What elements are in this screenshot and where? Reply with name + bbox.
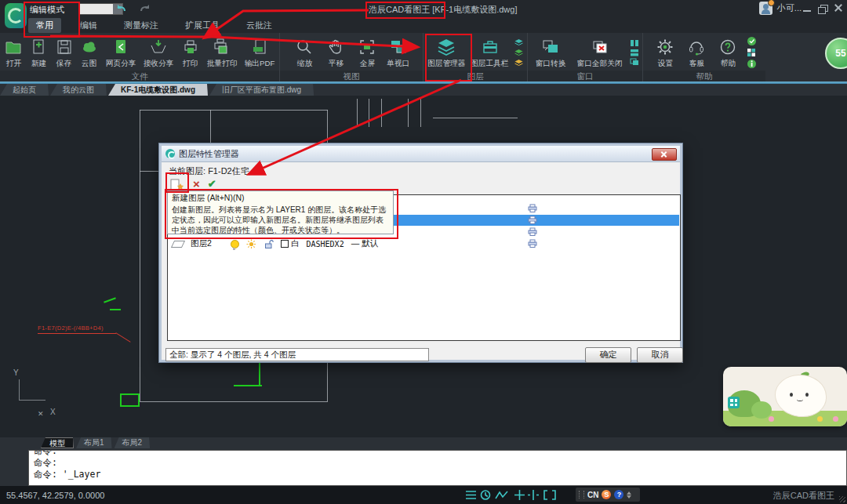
- hand-icon: [326, 37, 345, 57]
- layer-name[interactable]: 图层2: [191, 238, 224, 249]
- grid-icon[interactable]: [728, 397, 740, 408]
- apps-grid-icon[interactable]: [747, 48, 756, 57]
- command-history[interactable]: 命令: 命令: 命令: '_Layer: [28, 450, 847, 486]
- tab-layout1[interactable]: 布局1: [76, 437, 112, 448]
- command-line: 命令: '_Layer: [34, 469, 846, 480]
- layer-manager-button[interactable]: 图层管理器: [425, 37, 467, 69]
- restore-button[interactable]: [817, 3, 828, 13]
- tooltip-body: 创建新图层。列表将显示名为 LAYER1 的图层。该名称处于选定状态，因此可以立…: [172, 205, 389, 235]
- document-title: [KF-1电缆敷设图.dwg]: [432, 5, 517, 14]
- new-button[interactable]: 新建: [27, 37, 50, 69]
- ime-expand-icon[interactable]: [627, 491, 631, 499]
- tab-cloud-annotation[interactable]: 云批注: [238, 18, 280, 33]
- drawing-line: [357, 99, 358, 127]
- ime-tray[interactable]: CN S ?: [576, 488, 640, 502]
- group-view: 缩放 平移 全屏 单视口 视图: [280, 33, 424, 82]
- tab-extend-tools[interactable]: 扩展工具: [177, 18, 227, 33]
- close-all-windows-button[interactable]: 窗口全部关闭: [574, 37, 626, 69]
- tab-edit[interactable]: 编辑: [72, 18, 105, 33]
- help-button[interactable]: 帮助: [713, 37, 743, 69]
- green-entity-line: [110, 309, 121, 310]
- ucs-x-axis: [19, 400, 45, 401]
- undo-icon[interactable]: [115, 2, 129, 14]
- dialog-title-bar[interactable]: 图层特性管理器: [162, 146, 680, 162]
- group-window: 窗口转换 窗口全部关闭 窗口: [528, 33, 643, 82]
- layer-freeze-icon[interactable]: [514, 49, 524, 57]
- ime-language-label[interactable]: CN: [587, 491, 598, 499]
- mascot-mouth: [797, 397, 803, 401]
- cloud-drawing-button[interactable]: 云图: [78, 37, 101, 69]
- drawing-line: [369, 99, 369, 127]
- layer-on-icon[interactable]: [514, 38, 524, 47]
- cascade-icon[interactable]: [630, 58, 639, 66]
- settings-button[interactable]: 设置: [650, 37, 680, 69]
- plot-icon[interactable]: [528, 204, 537, 212]
- layer-on-bulb-icon[interactable]: [231, 240, 239, 248]
- zoom-button[interactable]: 缩放: [289, 37, 319, 69]
- user-name: 小可...: [777, 2, 802, 14]
- layer-lineweight[interactable]: — 默认: [351, 238, 378, 249]
- receive-share-button[interactable]: 接收分享: [140, 37, 176, 69]
- delete-layer-button[interactable]: ×: [193, 179, 200, 190]
- tab-my-cloud[interactable]: 我的云图: [50, 84, 107, 96]
- minimize-button[interactable]: [802, 3, 812, 13]
- save-button[interactable]: 保存: [53, 37, 76, 69]
- info-icon[interactable]: [747, 59, 757, 69]
- tab-start-page[interactable]: 起始页: [0, 84, 49, 96]
- resize-grip-icon[interactable]: [839, 496, 845, 502]
- layer-color-cell[interactable]: 白: [281, 238, 300, 249]
- layer-row[interactable]: 图层2 白 DASHEDX2 — 默认: [169, 238, 679, 249]
- tab-home[interactable]: 常用: [28, 18, 61, 33]
- layer-properties-dialog: 图层特性管理器 当前图层: F1-D2住宅 × ✔ 图层2: [159, 143, 682, 362]
- open-button[interactable]: 打开: [2, 37, 25, 69]
- update-icon[interactable]: [747, 36, 757, 46]
- layer-linetype[interactable]: DASHEDX2: [307, 240, 344, 248]
- new-layer-button[interactable]: [169, 177, 185, 191]
- cancel-button[interactable]: 取消: [637, 347, 683, 363]
- web-share-button[interactable]: 网页分享: [103, 37, 139, 69]
- drawing-line: [433, 118, 518, 118]
- mascot-eye: [790, 393, 793, 397]
- plot-icon[interactable]: [528, 239, 537, 248]
- fullscreen-button[interactable]: 全屏: [352, 37, 382, 69]
- export-pdf-button[interactable]: 输出PDF: [242, 37, 278, 69]
- layer-freeze-sun-icon[interactable]: [246, 239, 256, 249]
- tab-model[interactable]: 模型: [41, 437, 74, 448]
- close-all-windows-icon: [591, 37, 609, 57]
- tab-current-drawing[interactable]: KF-1电缆敷设图.dwg: [108, 84, 208, 96]
- headset-icon: [687, 37, 706, 57]
- user-avatar[interactable]: [759, 2, 772, 15]
- tile-vertical-icon[interactable]: [630, 39, 639, 47]
- mascot-sticker: [723, 367, 847, 426]
- drawing-line: [381, 99, 382, 127]
- tab-layout2[interactable]: 布局2: [115, 437, 151, 448]
- group-label-help: 帮助: [643, 71, 765, 82]
- ime-help-icon[interactable]: ?: [614, 490, 623, 499]
- ime-engine-icon[interactable]: S: [602, 490, 611, 499]
- batch-print-button[interactable]: 批量打印: [204, 37, 240, 69]
- dialog-close-button[interactable]: [652, 148, 677, 161]
- app-window: 编辑模式 浩辰CAD看图王 [KF-1电缆敷设图.dwg] 小可... 常用 编…: [0, 0, 847, 504]
- redo-icon[interactable]: [138, 2, 152, 14]
- layer-unlock-icon[interactable]: [264, 239, 274, 249]
- window-title: 浩辰CAD看图王 [KF-1电缆敷设图.dwg]: [369, 4, 517, 16]
- tab-measure[interactable]: 测量标注: [116, 18, 166, 33]
- status-toggle-icons[interactable]: [464, 488, 560, 502]
- ok-button[interactable]: 确定: [585, 347, 631, 363]
- ribbon-tab-bar: 常用 编辑 测量标注 扩展工具 云批注: [0, 17, 847, 33]
- set-current-layer-button[interactable]: ✔: [208, 179, 216, 190]
- single-viewport-button[interactable]: 单视口: [384, 37, 413, 69]
- layer-lock-icon[interactable]: [514, 59, 524, 67]
- edit-mode-label: 编辑模式: [30, 4, 64, 16]
- tile-horizontal-icon[interactable]: [630, 49, 639, 56]
- tab-other-drawing[interactable]: 旧厂区平面布置图.dwg: [209, 84, 314, 96]
- plot-icon[interactable]: [528, 216, 537, 224]
- pan-button[interactable]: 平移: [321, 37, 351, 69]
- user-area: 小可...: [759, 2, 802, 15]
- layer-toolbar-button[interactable]: 图层工具栏: [469, 37, 511, 69]
- plot-icon[interactable]: [528, 227, 537, 236]
- print-button[interactable]: 打印: [178, 37, 202, 69]
- close-button[interactable]: [833, 3, 844, 13]
- customer-service-button[interactable]: 客服: [682, 37, 711, 69]
- window-switch-button[interactable]: 窗口转换: [529, 37, 573, 69]
